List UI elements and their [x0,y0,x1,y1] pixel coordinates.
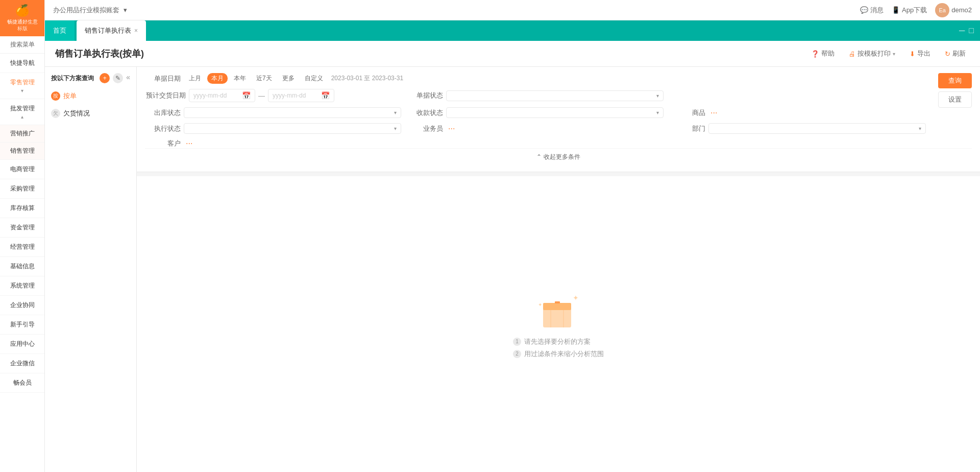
out-status-cell: 出库状态 ▾ [145,107,401,118]
status-select[interactable]: ▾ [446,90,664,101]
sidebar-item-marketing[interactable]: 营销推广 [0,125,44,143]
sidebar-item-inventory[interactable]: 库存核算 [0,199,44,218]
sidebar-system-label: 系统管理 [10,281,35,290]
tab-home[interactable]: 首页 [45,20,75,41]
print-arrow-icon: ▾ [893,51,895,57]
execute-status-cell: 执行状态 ▾ [145,123,401,134]
sidebar-item-wechat[interactable]: 企业微信 [0,354,44,373]
expected-date-start-input[interactable]: yyyy-mm-dd 📅 [189,89,255,102]
minimize-icon[interactable]: ─ [959,26,965,35]
sidebar-item-guide[interactable]: 新手引导 [0,315,44,335]
tip-text-1: 请先选择要分析的方案 [524,337,591,346]
sidebar-item-operations[interactable]: 经营管理 [0,238,44,257]
goods-dots-button[interactable]: ··· [710,108,717,117]
receipt-status-cell: 收款状态 ▾ [407,107,664,118]
print-label: 按模板打印 [857,49,891,58]
calendar-end-icon[interactable]: 📅 [321,91,330,100]
date-tab-this-month[interactable]: 本月 [207,73,228,84]
help-button[interactable]: ❓ 帮助 [807,47,839,60]
date-end-placeholder: yyyy-mm-dd [273,92,306,99]
date-tab-last-7[interactable]: 近7天 [252,73,276,84]
expected-date-end-input[interactable]: yyyy-mm-dd 📅 [268,89,334,102]
receipt-status-select[interactable]: ▾ [446,107,664,118]
collapse-more-bar[interactable]: ⌃ 收起更多条件 [145,148,972,166]
sidebar-item-system[interactable]: 系统管理 [0,276,44,296]
scheme-label-by-order: 按单 [63,91,77,101]
app-download-label: App下载 [902,6,927,15]
sidebar-item-retail[interactable]: 零售管理 ▾ [0,73,44,99]
breadcrumb-arrow-icon[interactable]: ▾ [124,6,127,14]
out-status-select[interactable]: ▾ [184,107,401,118]
refresh-label: 刷新 [952,49,966,58]
sidebar-item-sales[interactable]: 销售管理 [0,143,44,160]
query-button[interactable]: 查询 [938,73,972,88]
maximize-icon[interactable]: □ [969,26,974,35]
sidebar-item-purchase[interactable]: 采购管理 [0,179,44,199]
sidebar-item-ecommerce[interactable]: 电商管理 [0,160,44,179]
sidebar-ecommerce-label: 电商管理 [10,165,35,174]
goods-label: 商品 [670,108,705,117]
right-panel: 单据日期 上月 本月 本年 近7天 更多 自定义 2023-03-01 至 20… [137,67,980,472]
department-select[interactable]: ▾ [708,123,926,134]
page-header-actions: ❓ 帮助 🖨 按模板打印 ▾ ⬇ 导出 ↻ 刷新 [807,47,970,60]
message-button[interactable]: 💬 消息 [860,6,884,15]
sidebar-finance-label: 资金管理 [10,223,35,232]
scheme-panel-title: 按以下方案查询 [51,74,94,83]
collapse-more-label: 收起更多条件 [544,153,580,160]
date-tabs: 上月 本月 本年 近7天 更多 自定义 2023-03-01 至 2023-03… [185,73,403,84]
execute-status-label: 执行状态 [145,124,181,133]
sidebar-search-label: 搜索菜单 [3,40,41,49]
sidebar-wechat-label: 企业微信 [10,359,35,368]
execute-status-select[interactable]: ▾ [184,123,401,134]
receipt-status-label: 收款状态 [407,108,443,117]
salesperson-dots-button[interactable]: ··· [448,124,455,133]
sidebar-operations-label: 经营管理 [10,243,35,251]
user-profile-button[interactable]: Ea demo2 [935,3,972,17]
sidebar-item-finance[interactable]: 资金管理 [0,218,44,238]
tab-close-icon[interactable]: × [134,27,138,34]
edit-scheme-button[interactable]: ✎ [113,73,123,83]
customer-dots-button[interactable]: ··· [186,139,192,148]
add-scheme-button[interactable]: + [100,73,110,83]
empty-illustration: ✦ ✦ [533,290,584,331]
date-start-placeholder: yyyy-mm-dd [193,92,227,99]
settings-button[interactable]: 设置 [938,91,972,108]
top-bar-right: 💬 消息 📱 App下载 Ea demo2 [860,3,972,17]
help-label: 帮助 [821,49,835,58]
scheme-item-by-order[interactable]: 按 按单 [45,87,136,105]
customer-label: 客户 [145,139,181,148]
svg-rect-1 [543,303,571,310]
sidebar-item-cooperation[interactable]: 企业协同 [0,296,44,315]
collapse-panel-button[interactable]: « [126,73,130,83]
export-button[interactable]: ⬇ 导出 [905,47,935,60]
sidebar-item-wholesale[interactable]: 批发管理 ▴ [0,99,44,125]
sidebar-sales-label: 销售管理 [10,147,35,154]
refresh-button[interactable]: ↻ 刷新 [941,47,970,60]
scheme-item-shortage[interactable]: 欠 欠货情况 [45,105,136,122]
sidebar-item-search[interactable]: 搜索菜单 [0,36,44,54]
date-tab-this-year[interactable]: 本年 [230,73,250,84]
message-label: 消息 [870,6,884,15]
sidebar-basic-info-label: 基础信息 [10,262,35,271]
date-tab-more[interactable]: 更多 [278,73,299,84]
app-logo-text: 畅捷通好生意 [7,18,38,25]
tip-num-1: 1 [513,338,521,346]
date-tab-custom[interactable]: 自定义 [301,73,327,84]
sidebar-item-member[interactable]: 畅会员 [0,373,44,393]
tab-sales-order[interactable]: 销售订单执行表 × [77,20,146,41]
content-area: ✦ ✦ 1 请先选择要分析的方案 [137,176,980,472]
help-icon: ❓ [811,50,819,58]
add-icon: + [103,75,107,82]
date-tab-last-month[interactable]: 上月 [185,73,205,84]
download-icon: 📱 [892,6,900,14]
top-bar-left: 办公用品行业模拟账套 ▾ [53,6,127,15]
export-label: 导出 [917,49,930,58]
print-button[interactable]: 🖨 按模板打印 ▾ [845,47,899,60]
sidebar-item-basic-info[interactable]: 基础信息 [0,257,44,276]
sidebar-wholesale-label: 批发管理 [10,104,35,113]
calendar-start-icon[interactable]: 📅 [242,91,251,100]
sidebar-item-app-center[interactable]: 应用中心 [0,335,44,354]
app-download-button[interactable]: 📱 App下载 [892,6,927,15]
goods-cell: 商品 ··· [670,108,926,117]
sidebar-item-quick-nav[interactable]: 快捷导航 [0,54,44,73]
